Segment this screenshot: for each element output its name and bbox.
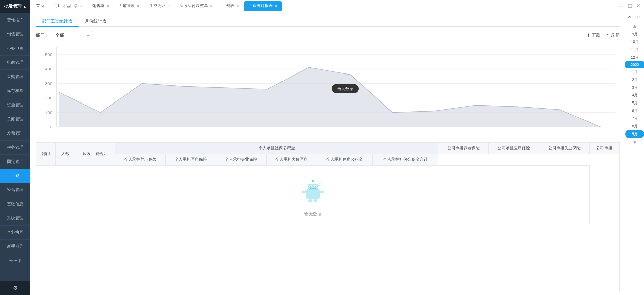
tab-label: 工资统计报表 [248,3,273,9]
timeline-month-9月[interactable]: 9月 [625,30,644,38]
sidebar-settings[interactable]: ⚙ [0,281,30,295]
main-area: 首页门店商品目录×销售单×店铺管理×生成凭证×应收应付调整单×工资表×工资统计报… [30,0,644,295]
timeline-month-5月[interactable]: 5月 [625,99,644,107]
tabbar: 首页门店商品目录×销售单×店铺管理×生成凭证×应收应付调整单×工资表×工资统计报… [30,0,644,12]
tab-label: 销售单 [92,3,104,9]
timeline-month-11月[interactable]: 11月 [625,46,644,54]
tab-close-icon[interactable]: × [106,4,109,8]
th-personal-insurance-group: 个人承担社保公积金 [115,143,438,154]
sidebar-item-电商管理[interactable]: 电商管理 [0,56,30,70]
svg-rect-14 [306,189,320,199]
empty-icon [299,179,326,206]
table-empty-state: 暂无数据 [36,166,590,224]
tab-店铺管理[interactable]: 店铺管理× [114,1,144,11]
sidebar-item-基础信息[interactable]: 基础信息 [0,197,30,211]
toolbar-right: ⬇ 下载 ↻ 刷新 [587,32,620,38]
tab-销售单[interactable]: 销售单× [88,1,113,11]
tab-close-icon[interactable]: × [137,4,139,8]
timeline-month-12月[interactable]: 12月 [625,54,644,61]
timeline-current-display: 2022.09 [628,15,642,19]
chart-area: 0 100 200 300 400 500 暂无数据 [36,43,620,138]
timeline-month-3月[interactable]: 3月 [625,84,644,91]
department-label: 部门： [36,32,49,38]
timeline-month-2月[interactable]: 2月 [625,76,644,84]
refresh-button[interactable]: ↻ 刷新 [606,32,620,38]
download-label: 下载 [592,32,600,38]
timeline-year-2022[interactable]: 2022 [625,61,644,68]
tab-工资统计报表[interactable]: 工资统计报表× [244,1,282,11]
department-select[interactable]: 全部 销售部 采购部 财务部 行政部 [52,31,92,39]
content-area: 部门工资统计表 月份统计表 部门： 全部 销售部 采购部 财务部 行政部 [30,12,644,295]
empty-label: 暂无数据 [36,211,589,217]
tab-首页[interactable]: 首页 [32,1,49,11]
timeline-month-1月[interactable]: 1月 [625,68,644,76]
sidebar-item-新手引导[interactable]: 新手引导 [0,240,30,254]
timeline-month-6月[interactable]: 6月 [625,107,644,115]
tab-close-icon[interactable]: × [167,4,170,8]
sidebar-item-云应用[interactable]: 云应用 [0,254,30,268]
svg-rect-24 [320,191,324,193]
tab-close-icon[interactable]: × [210,4,213,8]
th-department: 部门 [36,143,56,166]
timeline-month-9月[interactable]: 9月 [625,130,644,138]
sidebar-item-经营管理[interactable]: 经营管理 [0,183,30,197]
timeline-down-button[interactable]: ▼ [631,138,639,147]
svg-line-27 [318,182,321,184]
sidebar-item-采购管理[interactable]: 采购管理 [0,70,30,84]
timeline-month-10月[interactable]: 10月 [625,38,644,46]
tab-门店商品目录[interactable]: 门店商品目录× [49,1,87,11]
tab-label: 应收应付调整单 [180,3,208,9]
timeline-up-button[interactable]: ▲ [631,22,639,30]
sidebar-item-发票管理[interactable]: 发票管理 [0,126,30,141]
sidebar-item-总账管理[interactable]: 总账管理 [0,112,30,126]
tab-close-icon[interactable]: × [236,4,239,8]
th-headcount: 人数 [56,143,75,166]
window-minimize-button[interactable]: — [617,2,625,10]
sidebar-expand-icon[interactable]: ▲ [23,5,26,8]
sidebar-item-系统管理[interactable]: 系统管理 [0,211,30,226]
th-company-other: 公司承担 [589,143,619,154]
tab-close-icon[interactable]: × [275,4,277,8]
window-maximize-button[interactable]: □ [627,2,633,10]
tab-label: 生成凭证 [149,3,165,9]
svg-rect-26 [314,199,317,202]
sidebar-item-销售管理[interactable]: 销售管理 [0,27,30,41]
svg-text:400: 400 [45,67,53,71]
svg-marker-13 [59,67,601,127]
timeline-month-8月[interactable]: 8月 [625,122,644,130]
timeline-month-4月[interactable]: 4月 [625,91,644,99]
sidebar-item-税务管理[interactable]: 税务管理 [0,141,30,155]
window-close-button[interactable]: × [635,2,641,10]
svg-rect-25 [308,199,312,202]
department-select-wrapper: 全部 销售部 采购部 财务部 行政部 [52,31,92,39]
tab-生成凭证[interactable]: 生成凭证× [145,1,175,11]
gear-icon: ⚙ [13,285,18,291]
sidebar: 批发管理 ▲ 营销推广销售管理小畅电商电商管理采购管理库存核算资金管理总账管理发… [0,0,30,295]
timeline-panel: 2022.09 ▲ 9月10月11月12月20221月2月3月4月5月6月7月8… [625,12,644,295]
download-button[interactable]: ⬇ 下载 [587,32,600,38]
sidebar-header: 批发管理 ▲ [0,0,30,13]
tab-应收应付调整单[interactable]: 应收应付调整单× [175,1,217,11]
tab-month-stats[interactable]: 月份统计表 [79,16,113,27]
sidebar-item-营销推广[interactable]: 营销推广 [0,13,30,27]
th-personal-housing: 个人承担住房公积金 [317,154,372,166]
timeline-date: 2022.09 [628,15,642,19]
sidebar-item-资金管理[interactable]: 资金管理 [0,98,30,112]
sidebar-item-工资[interactable]: 工资 [0,169,30,183]
tab-label: 首页 [36,3,44,9]
th-personal-total: 个人承担社保公积金合计 [372,154,438,166]
svg-text:300: 300 [45,81,53,86]
sidebar-item-小畅电商[interactable]: 小畅电商 [0,41,30,56]
svg-rect-23 [302,191,306,193]
tabbar-end: — □ × [617,2,643,10]
th-personal-pension: 个人承担养老保险 [115,154,165,166]
tab-department-salary[interactable]: 部门工资统计表 [36,16,79,27]
sidebar-item-固定资产[interactable]: 固定资产 [0,155,30,169]
tab-close-icon[interactable]: × [80,4,83,8]
tab-工资表[interactable]: 工资表× [218,1,243,11]
sidebar-item-企业协同[interactable]: 企业协同 [0,226,30,240]
timeline-month-7月[interactable]: 7月 [625,115,644,122]
table-area[interactable]: 部门 人数 应发工资合计 个人承担社保公积金 公司承担养老保险 公司承担医疗保险… [36,142,620,291]
svg-point-20 [310,186,311,187]
sidebar-item-库存核算[interactable]: 库存核算 [0,84,30,98]
